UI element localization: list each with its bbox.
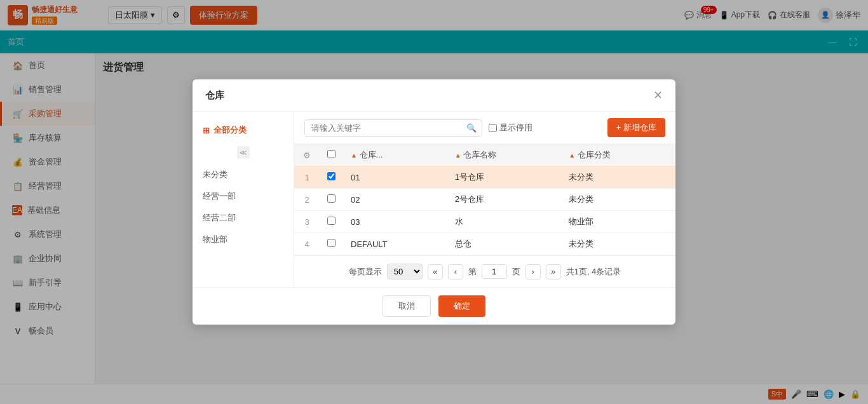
row-checkbox-cell[interactable] [320, 166, 343, 189]
show-disabled-checkbox[interactable] [489, 124, 497, 132]
table-header-row: ⚙ ▲ 仓库... ▲ 仓库名称 [294, 144, 675, 166]
row-category: 未分类 [561, 166, 675, 189]
search-box: 🔍 [304, 119, 482, 137]
row-category: 物业部 [561, 211, 675, 233]
dialog-header: 仓库 ✕ [193, 79, 675, 112]
column-name: ▲ 仓库名称 [447, 144, 562, 166]
row-name: 总仓 [447, 233, 562, 255]
row-name: 2号仓库 [447, 189, 562, 211]
dialog-sidebar-all[interactable]: ⊞ 全部分类 [193, 119, 294, 141]
page-label: 第 [468, 266, 477, 278]
dialog-sidebar-property[interactable]: 物业部 [193, 229, 294, 250]
dialog-main: 🔍 显示停用 + 新增仓库 ⚙ [294, 112, 675, 287]
total-label: 共1页, 4条记录 [566, 266, 621, 278]
dialog-pagination: 每页显示 50 100 « ‹ 第 页 › » 共1页, 4条记录 [294, 255, 675, 287]
row-num: 2 [294, 189, 320, 211]
sort-icon: ▲ [351, 152, 357, 159]
confirm-button[interactable]: 确定 [438, 295, 485, 317]
warehouse-dialog: 仓库 ✕ ⊞ 全部分类 ≪ 未分类 经营一部 经营二部 [193, 79, 675, 325]
search-icon[interactable]: 🔍 [461, 120, 482, 136]
column-code: ▲ 仓库... [343, 144, 447, 166]
row-checkbox[interactable] [327, 217, 336, 225]
next-page-button[interactable]: › [526, 264, 541, 279]
prev-page-button[interactable]: ‹ [448, 264, 463, 279]
row-checkbox-cell[interactable] [320, 233, 343, 255]
page-input[interactable] [482, 264, 507, 279]
table-row[interactable]: 2 02 2号仓库 未分类 [294, 189, 675, 211]
table-row[interactable]: 4 DEFAULT 总仓 未分类 [294, 233, 675, 255]
row-category: 未分类 [561, 189, 675, 211]
table-row[interactable]: 1 01 1号仓库 未分类 [294, 166, 675, 189]
select-all-checkbox[interactable] [327, 150, 336, 158]
row-code: 03 [343, 211, 447, 233]
per-page-label: 每页显示 [349, 266, 382, 278]
row-code: 02 [343, 189, 447, 211]
dialog-sidebar-unclassified[interactable]: 未分类 [193, 164, 294, 185]
row-checkbox[interactable] [327, 172, 336, 180]
row-code: 01 [343, 166, 447, 189]
dialog-footer: 取消 确定 [193, 287, 675, 325]
dialog-toolbar: 🔍 显示停用 + 新增仓库 [294, 112, 675, 144]
show-disabled-label[interactable]: 显示停用 [489, 122, 532, 133]
sidebar-collapse-button[interactable]: ≪ [237, 146, 250, 159]
grid-icon: ⊞ [203, 126, 210, 135]
per-page-select[interactable]: 50 100 [387, 264, 423, 279]
row-code: DEFAULT [343, 233, 447, 255]
warehouse-table: ⚙ ▲ 仓库... ▲ 仓库名称 [294, 144, 675, 255]
dialog-overlay: 仓库 ✕ ⊞ 全部分类 ≪ 未分类 经营一部 经营二部 [0, 0, 868, 404]
row-name: 1号仓库 [447, 166, 562, 189]
row-checkbox[interactable] [327, 194, 336, 203]
row-checkbox[interactable] [327, 239, 336, 247]
table-row[interactable]: 3 03 水 物业部 [294, 211, 675, 233]
row-num: 3 [294, 211, 320, 233]
dialog-sidebar: ⊞ 全部分类 ≪ 未分类 经营一部 经营二部 物业部 [193, 112, 294, 287]
column-category: ▲ 仓库分类 [561, 144, 675, 166]
row-name: 水 [447, 211, 562, 233]
page-suffix: 页 [512, 266, 520, 278]
dialog-close-button[interactable]: ✕ [653, 88, 663, 102]
sort-icon-cat: ▲ [569, 152, 575, 159]
last-page-button[interactable]: » [546, 264, 561, 279]
dialog-sidebar-dept2[interactable]: 经营二部 [193, 207, 294, 229]
dialog-title: 仓库 [205, 90, 224, 102]
row-checkbox-cell[interactable] [320, 211, 343, 233]
row-num: 1 [294, 166, 320, 189]
cancel-button[interactable]: 取消 [383, 295, 431, 317]
sort-icon-name: ▲ [455, 152, 461, 159]
column-checkbox [320, 144, 343, 166]
row-category: 未分类 [561, 233, 675, 255]
add-warehouse-button[interactable]: + 新增仓库 [607, 118, 665, 137]
first-page-button[interactable]: « [428, 264, 443, 279]
dialog-sidebar-dept1[interactable]: 经营一部 [193, 185, 294, 207]
row-num: 4 [294, 233, 320, 255]
dialog-body: ⊞ 全部分类 ≪ 未分类 经营一部 经营二部 物业部 [193, 112, 675, 287]
row-checkbox-cell[interactable] [320, 189, 343, 211]
search-input[interactable] [305, 120, 461, 136]
column-gear[interactable]: ⚙ [294, 144, 320, 166]
